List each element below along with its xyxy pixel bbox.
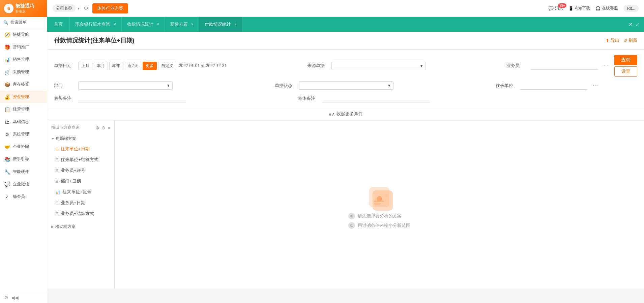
sidebar-item-purchase[interactable]: 🛒 采购管理 [0,66,47,78]
empty-step-2: ② 用过滤条件来缩小分析范围 [348,222,410,229]
scheme-item-dept-date[interactable]: ⊞ 部门+日期 [47,176,114,187]
department-select[interactable]: ▾ [78,81,173,90]
search-icon: 🔍 [3,20,8,25]
user-info: 公司名称 ▾ [53,4,80,12]
sidebar-item-sales[interactable]: 📊 销售管理 [0,53,47,66]
operations-icon: 📋 [4,107,10,112]
this-year-btn[interactable]: 本年 [109,62,123,70]
date-range-display: 2022-01-01 至 2022-12-31 [179,63,227,69]
collapse-sidebar-icon[interactable]: ◀◀ [11,295,19,300]
company-dropdown-icon[interactable]: ▾ [78,6,80,11]
last-7-days-btn[interactable]: 近7天 [125,62,141,70]
scheme-item-salesperson-settle[interactable]: ⊞ 业务员+结算方式 [47,208,114,219]
sidebar-item-vip[interactable]: ✓ 畅会员 [0,190,47,203]
last-month-btn[interactable]: 上月 [78,62,92,70]
this-month-btn[interactable]: 本月 [94,62,108,70]
sidebar-item-wechat[interactable]: 💬 企业微信 [0,178,47,190]
online-support-btn[interactable]: 🎧 在线客服 [595,5,618,11]
header-note-input[interactable] [78,94,186,102]
tab-home[interactable]: 首页 [47,17,70,32]
query-button[interactable]: 查询 [614,55,637,65]
partner-input[interactable] [520,82,587,90]
sidebar-item-label: 经营管理 [13,107,29,112]
scheme-item-label: 往来单位+结算方式 [61,157,98,163]
settings-footer-icon[interactable]: ⚙ [4,295,8,300]
tab-bank-flow[interactable]: 现金银行流水查询 × [70,17,122,32]
tab-new-plan-close[interactable]: × [191,22,194,27]
tab-new-plan-label: 新建方案 [170,21,188,27]
app-name: 畅捷通巧 [16,3,34,9]
body-note-input[interactable] [322,94,430,102]
tab-payment-stats[interactable]: 付款情况统计 × [199,17,242,32]
partner-label: 往来单位 [496,83,515,89]
department-chevron: ▾ [167,83,170,88]
refresh-btn[interactable]: ↺ 刷新 [623,37,637,43]
sidebar-item-guide[interactable]: 📚 新手引导 [0,153,47,165]
filter-row-2: 部门 ▾ 单据状态 ▾ 往来单位 ··· [54,81,637,90]
filter-row-1: 单据日期 上月 本月 本年 近7天 更多 自定义 2022-01-01 至 20… [54,55,637,77]
refresh-icon: ↺ [623,38,627,43]
search-menu[interactable]: 🔍 搜索菜单 [0,17,47,28]
guide-icon: 📚 [4,157,10,162]
page-actions: ⬆ 导出 ↺ 刷新 [606,37,637,43]
scheme-item-salesperson-date[interactable]: ⊞ 业务员+日期 [47,198,114,208]
partner-more-icon[interactable]: ··· [593,83,598,89]
scheme-item-label: 业务员+日期 [61,200,85,206]
mobile-section-label: 移动端方案 [55,224,76,230]
sidebar-item-quick-nav[interactable]: 🧭 快捷导航 [0,28,47,41]
mobile-section-title[interactable]: ▶ 移动端方案 [47,222,114,232]
custom-btn[interactable]: 自定义 [158,62,176,70]
scheme-item-partner-settle[interactable]: ⊞ 往来单位+结算方式 [47,154,114,165]
sidebar-item-finance[interactable]: 💰 资金管理 [0,91,47,103]
sidebar-item-hardware[interactable]: 🔧 智能硬件 [0,165,47,178]
desktop-section-title[interactable]: ▼ 电脑端方案 [47,134,114,144]
page-title: 付款情况统计(往来单位+日期) [54,36,135,44]
scheme-header: 按以下方案查询 ⊕ ⊙ « [47,123,114,132]
tab-receipt-close[interactable]: × [157,22,159,27]
add-scheme-icon[interactable]: ⊕ [95,125,99,130]
export-btn[interactable]: ⬆ 导出 [606,37,619,43]
tab-new-plan[interactable]: 新建方案 × [165,17,199,32]
tab-payment-close[interactable]: × [234,22,237,27]
tab-home-label: 首页 [54,21,63,27]
tab-bank-flow-close[interactable]: × [114,22,116,27]
sidebar-nav: 🧭 快捷导航 🎁 营销推广 📊 销售管理 🛒 采购管理 📦 库存核算 💰 资金管… [0,28,47,292]
mobile-section: ▶ 移动端方案 [47,220,114,233]
scheme-item-partner-date[interactable]: ⊙ 往来单位+日期 [47,144,114,154]
sidebar-item-inventory[interactable]: 📦 库存核算 [0,78,47,91]
app-download-btn[interactable]: 📱 App下载 [568,5,590,11]
messages-btn[interactable]: 💬 消息 99+ [549,5,563,11]
collapse-more-btn[interactable]: ∧∧ 收起更多条件 [47,108,644,120]
export-icon: ⬆ [606,38,609,43]
sidebar-item-system[interactable]: ⚙ 系统管理 [0,128,47,141]
expand-tab-icon[interactable]: ⤢ [636,21,640,28]
settings-button[interactable]: 设置 [614,66,637,77]
source-bill-select[interactable]: ▾ [331,62,426,70]
sidebar-item-marketing[interactable]: 🎁 营销推广 [0,41,47,53]
header-gear-icon[interactable]: ⚙ [84,5,88,11]
collapse-scheme-icon[interactable]: « [108,125,110,130]
department-label: 部门 [54,83,73,89]
bill-status-select[interactable]: ▾ [299,81,393,90]
sidebar-item-label: 新手引导 [13,156,29,162]
industry-btn[interactable]: 体验行业方案 [92,3,128,13]
page-header: 付款情况统计(往来单位+日期) ⬆ 导出 ↺ 刷新 [47,32,644,50]
scheme-item-salesperson-account[interactable]: ⊞ 业务员+账号 [47,165,114,176]
sidebar-item-enterprise[interactable]: 🤝 企业协同 [0,141,47,153]
empty-steps: ① 请先选择要分析的方案 ② 用过滤条件来缩小分析范围 [348,213,410,229]
empty-illustration [362,180,396,207]
close-all-tabs-icon[interactable]: ✕ [628,21,633,28]
svg-rect-4 [374,201,384,202]
step-num-1: ① [348,213,355,219]
table-scheme-icon3: ⊞ [55,179,59,184]
bill-date-label: 单据日期 [54,63,73,69]
sidebar-item-operations[interactable]: 📋 经营管理 [0,103,47,116]
more-btn[interactable]: 更多 [143,62,157,70]
settings-scheme-icon[interactable]: ⊙ [101,125,106,130]
sidebar-item-basic-info[interactable]: 🗂 基础信息 [0,116,47,128]
salesperson-more-icon[interactable]: ··· [604,63,609,69]
scheme-item-partner-account[interactable]: 📊 往来单位+账号 [47,187,114,198]
tab-receipt-stats[interactable]: 收款情况统计 × [122,17,165,32]
salesperson-input[interactable] [531,62,598,70]
salesperson-label: 业务员 [506,63,525,69]
